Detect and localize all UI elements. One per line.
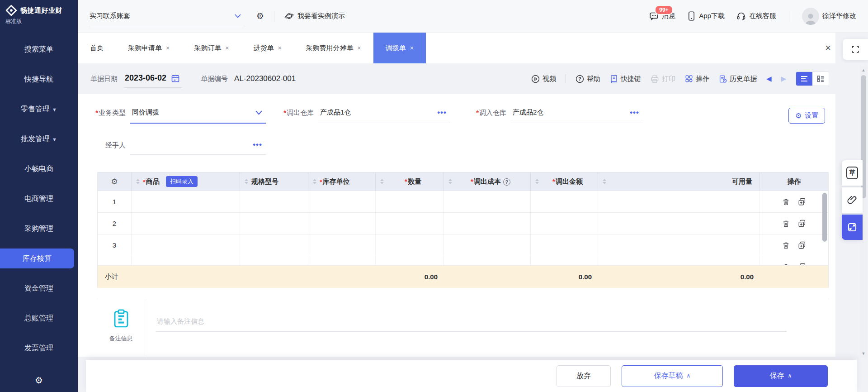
sidebar-item-invoice[interactable]: 发票管理 — [0, 338, 78, 358]
save-button[interactable]: 保存∧ — [734, 365, 828, 387]
close-icon[interactable]: × — [166, 44, 170, 52]
calendar-icon[interactable] — [171, 74, 180, 83]
history-doc-icon — [719, 75, 727, 83]
app-download-button[interactable]: App下载 — [687, 11, 725, 21]
sidebar-item-purchase[interactable]: 采购管理 — [0, 219, 78, 239]
subtotal-available: 0.00 — [598, 266, 760, 288]
demo-link[interactable]: 我要看实例演示 — [284, 11, 345, 21]
save-draft-button[interactable]: 保存草稿∧ — [622, 365, 723, 387]
delete-row-icon[interactable] — [782, 198, 790, 206]
tab-transfer-order[interactable]: 调拨单× — [373, 33, 426, 63]
help-button[interactable]: ? 帮助 — [576, 75, 600, 83]
sidebar-item-general-ledger[interactable]: 总账管理 — [0, 308, 78, 328]
delete-row-icon[interactable] — [782, 220, 790, 228]
copy-row-icon[interactable] — [798, 220, 806, 228]
table-row[interactable]: 1 — [98, 191, 828, 213]
tab-expense-allocation[interactable]: 采购费用分摊单× — [294, 33, 373, 63]
scan-entry-button[interactable]: 扫码录入 — [166, 176, 198, 187]
attachment-button[interactable] — [842, 187, 863, 213]
chevron-up-icon: ∧ — [687, 373, 691, 379]
sort-icon[interactable] — [136, 179, 140, 184]
sort-icon[interactable] — [380, 179, 384, 184]
table-row[interactable]: 2 — [98, 213, 828, 234]
date-field[interactable]: 2023-06-02 — [124, 72, 182, 88]
sidebar-item-quick-nav[interactable]: 快捷导航 — [0, 69, 78, 89]
hotkeys-button[interactable]: 快捷键 — [610, 75, 641, 83]
sidebar-gear-icon[interactable]: ⚙ — [0, 375, 78, 386]
tab-home[interactable]: 首页 — [78, 33, 116, 63]
operations-button[interactable]: 操作 — [685, 75, 709, 83]
in-warehouse-field: *调入仓库 产成品2仓 ••• — [470, 107, 643, 123]
close-icon[interactable]: × — [410, 44, 414, 52]
product-cell[interactable] — [132, 191, 240, 212]
copy-row-icon[interactable] — [798, 198, 806, 206]
sort-icon[interactable] — [603, 179, 606, 184]
biz-type-select[interactable]: 同价调拨 — [130, 107, 266, 124]
close-icon[interactable]: × — [358, 44, 361, 52]
messages-button[interactable]: 消息 99+ — [649, 11, 675, 21]
tab-purchase-order[interactable]: 采购订单× — [182, 33, 241, 63]
tab-purchase-request[interactable]: 采购申请单× — [116, 33, 182, 63]
fullscreen-button[interactable] — [843, 39, 868, 60]
tab-goods-receipt[interactable]: 进货单× — [241, 33, 293, 63]
close-icon[interactable]: × — [278, 44, 281, 52]
print-button[interactable]: 打印 — [651, 75, 675, 83]
sidebar-item-wholesale[interactable]: 批发管理▼ — [0, 129, 78, 149]
in-warehouse-picker[interactable]: 产成品2仓 ••• — [511, 107, 643, 123]
prev-doc-arrow-icon[interactable]: ◀ — [766, 75, 772, 83]
column-qty: *数量 — [376, 172, 444, 191]
sort-icon[interactable] — [313, 179, 316, 184]
settings-button[interactable]: ⚙ 设置 — [788, 108, 825, 124]
out-warehouse-picker[interactable]: 产成品1仓 ••• — [318, 107, 450, 123]
sidebar-item-funds[interactable]: 资金管理 — [0, 278, 78, 298]
detail-view-button[interactable] — [812, 72, 829, 86]
remark-input[interactable] — [156, 316, 787, 332]
play-circle-icon — [531, 75, 540, 83]
discard-button[interactable]: 放弃 — [557, 365, 611, 387]
ellipsis-picker-icon[interactable]: ••• — [630, 110, 639, 115]
history-button[interactable]: 历史单据 — [719, 75, 757, 83]
help-circle-icon[interactable]: ? — [503, 178, 510, 186]
sidebar-item-search-menu[interactable]: 搜索菜单 — [0, 39, 78, 59]
draft-notes-button[interactable]: 草 — [842, 160, 863, 186]
brand-name: 畅捷通好业财 — [20, 6, 62, 15]
next-doc-arrow-icon[interactable]: ▶ — [781, 75, 786, 83]
scroll-down-arrow-icon[interactable]: ▼ — [860, 349, 867, 358]
close-all-icon[interactable]: × — [825, 43, 831, 53]
sidebar-item-retail[interactable]: 零售管理▼ — [0, 99, 78, 119]
ellipsis-picker-icon[interactable]: ••• — [437, 110, 447, 115]
sidebar-item-inventory-accounting[interactable]: 库存核算 — [0, 249, 74, 268]
list-view-button[interactable] — [796, 72, 812, 86]
biz-type-field: *业务类型 同价调拨 — [90, 107, 266, 124]
close-icon[interactable]: × — [225, 44, 229, 52]
online-support-button[interactable]: 在线客服 — [736, 11, 776, 21]
user-menu[interactable]: 徐泽华修改 — [802, 8, 856, 25]
account-selector[interactable]: 实习联系账套 — [89, 12, 245, 26]
sort-icon[interactable] — [448, 179, 452, 184]
gear-icon: ⚙ — [795, 111, 802, 120]
video-button[interactable]: 视频 — [531, 75, 556, 83]
subtotal-qty: 0.00 — [376, 266, 444, 288]
fullscreen-icon — [851, 45, 859, 53]
handler-picker[interactable]: ••• — [130, 139, 266, 155]
grid-scrollbar-thumb[interactable] — [822, 193, 827, 242]
sidebar-item-ecom[interactable]: 电商管理 — [0, 189, 78, 209]
column-cost: *调出成本? — [444, 172, 531, 191]
account-settings-gear-icon[interactable]: ⚙ — [256, 11, 264, 21]
chevron-down-icon — [235, 14, 241, 18]
sidebar-item-xiaochang-ecom[interactable]: 小畅电商 — [0, 159, 78, 179]
table-row[interactable]: 4 — [98, 256, 828, 266]
delete-row-icon[interactable] — [782, 241, 790, 249]
scroll-up-arrow-icon[interactable]: ▲ — [860, 66, 867, 74]
date-value: 2023-06-02 — [125, 73, 166, 83]
sort-icon[interactable] — [535, 179, 539, 184]
copy-row-icon[interactable] — [798, 241, 806, 249]
ellipsis-picker-icon[interactable]: ••• — [253, 143, 262, 147]
date-label: 单据日期 — [90, 75, 118, 83]
column-settings-gear-icon[interactable]: ⚙ — [98, 172, 132, 191]
table-row[interactable]: 3 — [98, 234, 828, 256]
doc-no-label: 单据编号 — [201, 75, 228, 83]
expand-button[interactable] — [842, 215, 863, 240]
draft-note-icon: 草 — [846, 167, 858, 179]
sort-icon[interactable] — [245, 179, 248, 184]
